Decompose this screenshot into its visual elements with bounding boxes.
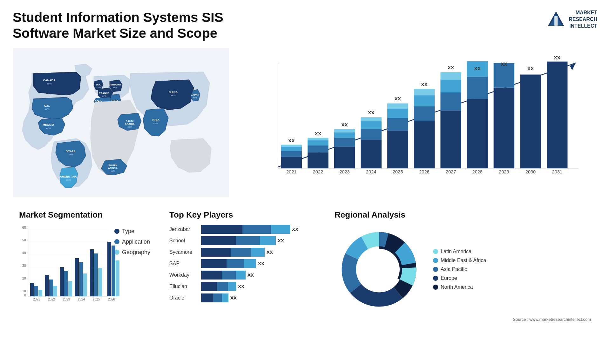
middle-east-africa-dot: [433, 258, 438, 263]
svg-text:xx%: xx%: [113, 86, 117, 89]
player-bar: XX: [201, 271, 315, 280]
svg-text:ARGENTINA: ARGENTINA: [60, 175, 77, 178]
svg-rect-124: [75, 258, 79, 296]
svg-text:xx%: xx%: [46, 127, 51, 130]
logo: MARKET RESEARCH INTELLECT: [546, 10, 597, 29]
svg-text:BRAZIL: BRAZIL: [66, 150, 76, 153]
svg-rect-49: [308, 138, 328, 140]
svg-text:2028: 2028: [472, 169, 483, 174]
svg-text:xx%: xx%: [102, 95, 106, 97]
svg-text:CHINA: CHINA: [169, 91, 178, 94]
player-row-ellucian: Ellucian XX: [169, 282, 315, 291]
svg-rect-40: [281, 157, 302, 168]
svg-text:XX: XX: [501, 61, 507, 67]
svg-rect-129: [94, 253, 98, 296]
svg-text:SAUDI: SAUDI: [126, 120, 134, 123]
svg-rect-128: [90, 249, 94, 296]
player-name: Workday: [169, 272, 198, 278]
player-row-workday: Workday XX: [169, 271, 315, 280]
svg-text:SPAIN: SPAIN: [95, 100, 102, 103]
svg-text:60: 60: [22, 226, 26, 229]
svg-text:XX: XX: [288, 138, 295, 143]
svg-rect-54: [334, 132, 355, 138]
player-name: Sycamore: [169, 249, 198, 255]
players-section: Top Key Players Jenzabar XX: [163, 207, 322, 354]
svg-text:10: 10: [22, 289, 26, 293]
player-bar: XX: [201, 225, 315, 234]
svg-rect-64: [387, 131, 408, 168]
legend-north-america: North America: [433, 284, 486, 290]
svg-rect-91: [520, 74, 541, 168]
svg-rect-87: [494, 87, 514, 168]
svg-text:xx%: xx%: [193, 97, 197, 99]
seg-chart-2026: 2026: [107, 225, 120, 301]
svg-text:2022: 2022: [313, 169, 323, 174]
europe-dot: [433, 276, 438, 281]
svg-rect-117: [49, 280, 53, 296]
regional-legend: Latin America Middle East & Africa Asia …: [433, 249, 486, 290]
regional-section: Regional Analysis: [328, 207, 597, 354]
svg-rect-134: [116, 260, 119, 296]
svg-rect-126: [83, 273, 87, 296]
player-name: Ellucian: [169, 284, 198, 289]
svg-rect-121: [64, 271, 68, 296]
svg-text:GERMANY: GERMANY: [109, 83, 122, 86]
svg-rect-48: [308, 140, 328, 145]
svg-text:2023: 2023: [63, 298, 70, 301]
svg-text:MEXICO: MEXICO: [43, 123, 54, 126]
svg-text:2026: 2026: [419, 169, 429, 174]
svg-text:xx%: xx%: [66, 179, 71, 181]
svg-text:XX: XX: [554, 55, 560, 60]
svg-rect-79: [440, 72, 461, 80]
svg-text:xx%: xx%: [68, 153, 73, 156]
player-name: School: [169, 238, 198, 244]
player-name: SAP: [169, 261, 198, 266]
svg-rect-2: [554, 16, 558, 26]
segmentation-chart-area: 60 50 40 30 20 10 0: [19, 225, 150, 302]
svg-text:40: 40: [22, 251, 26, 255]
svg-rect-41: [281, 151, 302, 157]
legend-europe: Europe: [433, 275, 486, 281]
svg-rect-71: [414, 106, 435, 121]
player-row-school: School XX: [169, 236, 315, 245]
svg-point-141: [358, 249, 400, 290]
svg-text:INDIA: INDIA: [152, 118, 160, 122]
source-text: Source : www.marketresearchintellect.com: [335, 317, 591, 322]
player-row-sycamore: Sycamore XX: [169, 248, 315, 257]
svg-text:U.K.: U.K.: [96, 83, 101, 86]
svg-rect-67: [387, 103, 408, 108]
regional-title: Regional Analysis: [335, 210, 591, 220]
svg-rect-55: [334, 129, 355, 132]
svg-rect-82: [467, 99, 488, 168]
svg-rect-52: [334, 147, 355, 168]
svg-rect-112: [30, 283, 34, 296]
svg-text:20: 20: [22, 276, 26, 280]
player-bar: XX: [201, 248, 315, 257]
svg-text:xx%: xx%: [113, 102, 117, 104]
svg-text:XX: XX: [368, 110, 375, 115]
svg-text:2023: 2023: [339, 169, 349, 174]
player-name: Jenzabar: [169, 226, 198, 232]
svg-text:xx%: xx%: [127, 126, 132, 128]
svg-text:2025: 2025: [93, 298, 100, 301]
legend-middle-east-africa: Middle East & Africa: [433, 258, 486, 263]
player-row-sap: SAP XX: [169, 259, 315, 268]
svg-rect-120: [60, 267, 64, 296]
asia-pacific-dot: [433, 267, 438, 272]
svg-rect-113: [34, 286, 38, 296]
svg-rect-42: [281, 147, 302, 151]
svg-text:xx%: xx%: [153, 122, 158, 125]
svg-rect-53: [334, 138, 355, 146]
svg-rect-66: [387, 109, 408, 118]
svg-text:2026: 2026: [108, 298, 115, 301]
svg-text:xx%: xx%: [47, 82, 51, 85]
svg-rect-76: [440, 111, 461, 168]
svg-text:XX: XX: [421, 82, 428, 87]
svg-rect-47: [308, 145, 328, 152]
svg-rect-60: [361, 121, 381, 129]
svg-text:U.S.: U.S.: [44, 104, 50, 107]
svg-text:ARABIA: ARABIA: [125, 123, 134, 125]
segmentation-section: Market Segmentation 60 50 40 30 20 10 0: [13, 207, 157, 354]
svg-text:2021: 2021: [33, 298, 40, 301]
page-title: Student Information Systems SIS Software…: [13, 10, 251, 42]
